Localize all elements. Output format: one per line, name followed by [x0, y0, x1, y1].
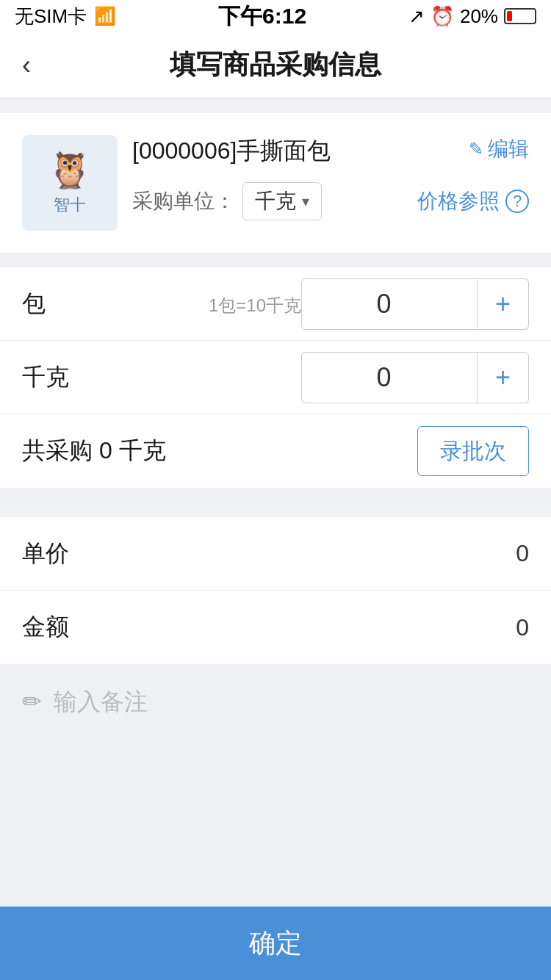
input-section: 包 1包=10千克 + 千克 +: [0, 267, 551, 414]
amount-value: 0: [516, 614, 529, 641]
battery-icon: [504, 8, 536, 24]
status-left: 无SIM卡 📶: [15, 4, 116, 29]
status-right: ↗ ⏰ 20%: [408, 5, 536, 28]
unit-value: 千克: [255, 187, 296, 215]
summary-text: 共采购 0 千克: [22, 435, 166, 467]
divider-2: [0, 488, 551, 502]
amount-row: 金额 0: [0, 591, 551, 664]
summary-row: 共采购 0 千克 录批次: [0, 414, 551, 488]
product-card: 🦉 智十 [0000006]手撕面包 ✎ 编辑 采购单位： 千克 ▾: [0, 113, 551, 253]
bag-sublabel: 1包=10千克: [209, 294, 301, 317]
product-image-label: 智十: [54, 194, 86, 216]
bag-input-row: 包 1包=10千克 +: [0, 267, 551, 341]
confirm-button[interactable]: 确定: [0, 907, 551, 980]
summary-label: 共采购: [22, 437, 93, 464]
notes-placeholder: 输入备注: [54, 686, 148, 718]
edit-label: 编辑: [488, 135, 529, 163]
status-time: 下午6:12: [218, 1, 306, 32]
unit-label: 采购单位：: [132, 187, 235, 215]
product-name: [0000006]手撕面包: [132, 135, 469, 167]
batch-button[interactable]: 录批次: [417, 426, 529, 476]
bag-input-wrap: +: [301, 278, 529, 330]
wifi-icon: 📶: [94, 6, 116, 26]
summary-unit: 千克: [119, 437, 166, 464]
unit-select[interactable]: 千克 ▾: [242, 182, 322, 220]
edit-icon: ✎: [469, 139, 483, 159]
product-info: [0000006]手撕面包 ✎ 编辑 采购单位： 千克 ▾ 价格参照 ?: [132, 135, 529, 220]
unit-price-label: 单价: [22, 538, 69, 570]
edit-button[interactable]: ✎ 编辑: [469, 135, 529, 163]
kg-input[interactable]: [301, 352, 478, 403]
unit-price-value: 0: [516, 540, 529, 567]
pencil-icon: ✏: [22, 688, 42, 716]
back-button[interactable]: ‹: [22, 50, 31, 81]
kg-input-row: 千克 +: [0, 341, 551, 414]
alarm-icon: ⏰: [431, 5, 454, 28]
page-title: 填写商品采购信息: [170, 47, 381, 83]
price-ref-button[interactable]: 价格参照 ?: [417, 187, 529, 215]
divider-1: [0, 253, 551, 267]
bag-plus-button[interactable]: +: [478, 278, 529, 330]
product-unit-row: 采购单位： 千克 ▾ 价格参照 ?: [132, 182, 529, 220]
bag-label: 包: [22, 288, 203, 320]
kg-input-wrap: +: [301, 352, 529, 403]
product-image: 🦉 智十: [22, 135, 118, 231]
battery-label: 20%: [460, 5, 498, 28]
price-ref-label: 价格参照: [417, 187, 500, 215]
nav-bar: ‹ 填写商品采购信息: [0, 32, 551, 98]
bag-input[interactable]: [301, 278, 478, 330]
carrier-label: 无SIM卡: [15, 4, 87, 29]
summary-value: 0: [99, 437, 112, 464]
kg-label: 千克: [22, 364, 69, 390]
product-name-row: [0000006]手撕面包 ✎ 编辑: [132, 135, 529, 167]
price-ref-info-icon: ?: [505, 190, 529, 213]
price-info-section: 单价 0 金额 0: [0, 517, 551, 664]
notes-section[interactable]: ✏ 输入备注: [0, 664, 551, 741]
kg-plus-button[interactable]: +: [478, 352, 529, 403]
chevron-down-icon: ▾: [302, 192, 309, 210]
location-icon: ↗: [408, 5, 425, 28]
unit-price-row: 单价 0: [0, 517, 551, 591]
product-owl-icon: 🦉: [48, 150, 92, 191]
amount-label: 金额: [22, 611, 69, 644]
status-bar: 无SIM卡 📶 下午6:12 ↗ ⏰ 20%: [0, 0, 551, 32]
